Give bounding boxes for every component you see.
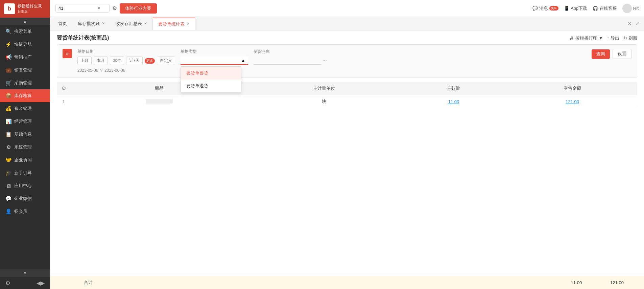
sidebar-item-shortcut[interactable]: ⚡快捷导航 [0,38,50,51]
close-all-tabs-icon[interactable]: ✕ [624,19,634,28]
sidebar-item-guide[interactable]: 🎓新手引导 [0,166,50,179]
filter-date-this-year[interactable]: 本年 [110,57,124,65]
trial-btn[interactable]: 体验行业方案 [120,3,157,14]
dropdown-item-order-return[interactable]: 要货单退货 [181,80,241,92]
shortcut-icon: ⚡ [5,41,11,47]
sidebar-item-enterprise[interactable]: 🤝企业协同 [0,154,50,166]
table-container: ⚙ 商品 主计量单位 主数量 零售金额 1 块 [57,82,637,276]
topbar-gear-icon[interactable]: ⚙ [112,5,117,12]
sidebar-item-label-finance: 资金管理 [14,106,32,112]
filter-type-select[interactable]: ▲ [181,57,248,65]
app-logo: b [4,3,15,14]
online-service-btn[interactable]: 🎧 在线客服 [593,5,617,12]
sidebar-item-label-shortcut: 快捷导航 [14,41,32,47]
query-btn[interactable]: 查询 [592,49,610,59]
app-download-icon: 📱 [564,6,569,11]
filter-actions: 查询 设置 [592,49,631,59]
main-content: 41 ▼ ⚙ 体验行业方案 💬 消息 99+ 📱 App下载 🎧 在线客服 [50,0,644,289]
messages-label: 消息 [539,5,548,12]
th-settings: ⚙ [57,82,70,95]
enterprise-icon: 🤝 [5,157,11,163]
company-selector[interactable]: 41 ▼ [55,4,110,13]
search-icon: 🔍 [5,28,11,35]
filter-warehouse-more-icon[interactable]: ··· [323,58,327,64]
filter-type-label: 单据类型 [181,49,248,54]
tab-receive-summary-close[interactable]: ✕ [144,21,147,26]
tab-receive-summary[interactable]: 收发存汇总表 ✕ [110,18,152,29]
user-menu[interactable]: Rit [622,4,639,13]
th-unit: 主计量单位 [248,82,400,95]
online-service-label: 在线客服 [599,5,617,12]
selector-chevron-icon: ▼ [97,6,101,11]
table-gear-icon[interactable]: ⚙ [62,85,66,91]
page-area: 要货单统计表(按商品) 🖨 按模板打印 ▼ ↑ 导出 ↻ 刷新 [50,30,644,289]
topbar: 41 ▼ ⚙ 体验行业方案 💬 消息 99+ 📱 App下载 🎧 在线客服 [50,0,644,17]
sidebar-bottom: ⚙ ◀▶ [0,277,50,289]
app-download-label: App下载 [571,5,587,12]
filter-type-group: 单据类型 ▲ 要货单要货 要货单退货 [181,49,248,65]
settings-btn[interactable]: 设置 [613,49,631,59]
tab-inventory-batch-close[interactable]: ✕ [102,21,105,26]
sidebar-item-label-search: 搜索菜单 [14,28,32,35]
app-download-btn[interactable]: 📱 App下载 [564,5,587,12]
sidebar-item-basic[interactable]: 📋基础信息 [0,128,50,141]
purchase-icon: 🛒 [5,80,11,86]
footer-quantity: 11.00 [556,280,597,285]
sidebar-item-search[interactable]: 🔍搜索菜单 [0,25,50,38]
filter-date-7days[interactable]: 近7天 [126,57,143,65]
amount-link[interactable]: 121.00 [566,99,579,104]
footer-amount: 121.00 [597,280,637,285]
operation-icon: 📊 [5,118,11,125]
refresh-btn[interactable]: ↻ 刷新 [623,35,637,41]
export-btn[interactable]: ↑ 导出 [607,35,620,41]
messages-btn[interactable]: 💬 消息 99+ [532,5,558,12]
sidebar-item-label-inventory: 库存核算 [14,93,32,99]
th-quantity: 主数量 [400,82,507,95]
sidebar-item-finance[interactable]: 💰资金管理 [0,102,50,115]
filter-warehouse-group: 要货仓库 ··· [254,49,327,65]
print-template-btn[interactable]: 🖨 按模板打印 ▼ [570,35,603,41]
tab-order-stats[interactable]: 要货单统计表 ✕ [152,18,195,30]
sidebar-item-appstore[interactable]: 🖥应用中心 [0,179,50,192]
tab-order-stats-label: 要货单统计表 [158,21,185,27]
sidebar-item-label-enterprise: 企业协同 [14,157,32,163]
guide-icon: 🎓 [5,170,11,176]
filter-type-chevron-icon: ▲ [241,58,245,63]
collapse-icon[interactable]: ◀▶ [37,280,45,286]
message-badge: 99+ [549,6,558,10]
sidebar-scroll-up[interactable]: ▲ [0,18,50,25]
tab-home[interactable]: 首页 [53,18,72,29]
settings-icon[interactable]: ⚙ [5,280,10,286]
sidebar-item-marketing[interactable]: 📢营销推广 [0,51,50,64]
row-amount: 121.00 [507,95,637,108]
sidebar-item-label-wechat: 企业微信 [14,196,32,202]
footer-label: 合计 [70,280,106,286]
filter-warehouse-input[interactable] [254,57,321,65]
sidebar-item-sales[interactable]: 💼销售管理 [0,64,50,76]
page-title: 要货单统计表(按商品) [57,35,109,42]
sidebar-item-system[interactable]: ⚙系统管理 [0,141,50,154]
sidebar-item-inventory[interactable]: 📦库存核算 [0,89,50,102]
topbar-right: 💬 消息 99+ 📱 App下载 🎧 在线客服 Rit [532,4,639,13]
dropdown-item-order-request[interactable]: 要货单要货 [181,67,241,80]
sidebar-item-member[interactable]: 👤畅会员 [0,205,50,218]
filter-bar: » 单据日期 上月 本月 本年 近7天 更多 自定义 2023-05-06 至 … [57,44,637,78]
filter-toggle-btn[interactable]: » [63,49,72,58]
sidebar-item-operation[interactable]: 📊经营管理 [0,115,50,128]
export-icon: ↑ [607,36,610,41]
tab-order-stats-close[interactable]: ✕ [187,22,190,26]
wechat-icon: 💬 [5,196,11,202]
filter-date-prev-month[interactable]: 上月 [77,57,92,65]
tab-inventory-batch[interactable]: 库存批次账 ✕ [72,18,110,29]
filter-date-this-month[interactable]: 本月 [94,57,108,65]
quantity-link[interactable]: 11.00 [448,99,459,104]
sidebar-scroll-down[interactable]: ▼ [0,269,50,277]
sidebar-item-wechat[interactable]: 💬企业微信 [0,192,50,205]
print-template-label: 按模板打印 [575,35,597,41]
expand-tabs-icon[interactable]: ⤢ [634,19,641,28]
table-footer: 合计 11.00 121.00 [50,276,644,289]
table-header-row: ⚙ 商品 主计量单位 主数量 零售金额 [57,82,637,95]
sidebar-item-purchase[interactable]: 🛒采购管理 [0,76,50,89]
filter-date-custom[interactable]: 自定义 [157,57,175,65]
filter-date-more-badge[interactable]: 更多 [145,58,155,64]
